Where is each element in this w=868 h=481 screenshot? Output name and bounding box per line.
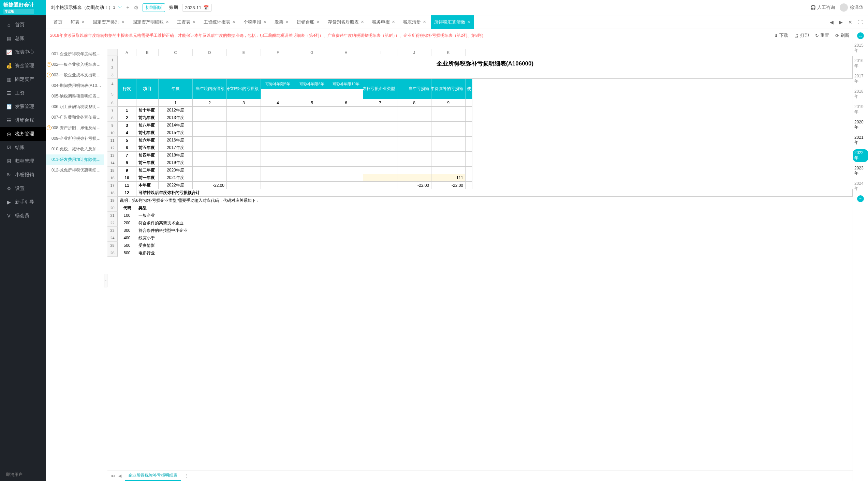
nav-settings[interactable]: ⚙设置 [0, 182, 46, 195]
col-head[interactable]: G [295, 49, 329, 56]
close-icon[interactable]: ✕ [121, 20, 124, 24]
sheet-nav-prev[interactable]: ◀ [118, 474, 121, 478]
table-cell[interactable]: 6 [118, 144, 136, 152]
col-head[interactable]: B [136, 49, 159, 56]
year-2018[interactable]: 2018年 [853, 88, 868, 101]
tab-4[interactable]: 工资表✕ [174, 15, 199, 29]
close-icon[interactable]: ✕ [285, 20, 289, 24]
tab-home[interactable]: 首页 [50, 15, 66, 29]
close-icon[interactable]: ✕ [467, 20, 470, 24]
tab-close-all[interactable]: ✕ [847, 18, 854, 26]
tab-3[interactable]: 固定资产明细账✕ [129, 15, 172, 29]
table-cell[interactable] [193, 129, 227, 137]
nav-reports[interactable]: 📈报表中心 [0, 45, 46, 59]
tab-12[interactable]: 所得税汇算清缴✕ [431, 15, 474, 29]
switch-old-button[interactable]: 切到旧版 [143, 3, 165, 12]
tab-5[interactable]: 工资统计报表✕ [200, 15, 239, 29]
nav-tax[interactable]: ◎税务管理 [0, 127, 46, 141]
nav-guide[interactable]: ▶新手引导 [0, 195, 46, 209]
table-cell[interactable]: -22.00 [193, 182, 227, 189]
table-cell[interactable]: 前七年度 [136, 129, 159, 137]
table-cell[interactable]: 9 [118, 167, 136, 174]
table-cell[interactable]: 前十年度 [136, 107, 159, 114]
tab-8[interactable]: 进销台账✕ [293, 15, 323, 29]
tab-11[interactable]: 税表清册✕ [400, 15, 429, 29]
scroll-up-icon[interactable]: ︿ [857, 32, 864, 39]
table-cell[interactable]: 2022年度 [159, 182, 193, 189]
tab-2[interactable]: 固定资产类别✕ [89, 15, 128, 29]
user-menu[interactable]: 徐泽华 [840, 3, 863, 12]
chevron-down-icon[interactable]: ﹀ [118, 5, 122, 11]
col-head[interactable]: I [363, 49, 397, 56]
print-button[interactable]: 🖨 打印 [794, 32, 809, 39]
table-cell[interactable] [193, 122, 227, 129]
nav-member[interactable]: V畅会员 [0, 209, 46, 223]
col-head[interactable]: J [397, 49, 431, 56]
col-head[interactable]: E [227, 49, 261, 56]
form-item-3[interactable]: 003-一般企业成本支出明细... [46, 70, 104, 80]
close-icon[interactable]: ✕ [423, 20, 426, 24]
table-cell[interactable]: 本年度 [136, 182, 159, 189]
form-item-8[interactable]: 008-资产折旧、摊销及纳税... [46, 123, 104, 133]
table-cell[interactable]: 2015年度 [159, 129, 193, 137]
table-cell[interactable] [193, 114, 227, 122]
nav-ledger[interactable]: ▤总账 [0, 32, 46, 45]
table-cell[interactable]: 前三年度 [136, 159, 159, 167]
close-icon[interactable]: ✕ [263, 20, 266, 24]
close-icon[interactable]: ✕ [361, 20, 364, 24]
table-cell[interactable]: 前九年度 [136, 114, 159, 122]
close-icon[interactable]: ✕ [82, 20, 85, 24]
collapse-button[interactable]: « [104, 274, 107, 287]
col-head[interactable]: H [329, 49, 363, 56]
table-cell[interactable] [193, 174, 227, 182]
table-cell[interactable]: 2017年度 [159, 144, 193, 152]
table-cell[interactable]: 2021年度 [159, 174, 193, 182]
table-cell[interactable]: 5 [118, 137, 136, 144]
close-icon[interactable]: ✕ [232, 20, 235, 24]
scroll-down-icon[interactable]: ﹀ [857, 195, 864, 202]
form-item-10[interactable]: 010-免税、减计收入及加计... [46, 144, 104, 154]
col-head[interactable]: C [159, 49, 193, 56]
form-item-6[interactable]: 006-职工薪酬纳税调整明细... [46, 102, 104, 112]
table-cell[interactable] [193, 144, 227, 152]
table-cell[interactable]: 前二年度 [136, 167, 159, 174]
year-2022[interactable]: 2022年 [853, 149, 868, 162]
table-cell[interactable]: 2020年度 [159, 167, 193, 174]
form-item-12[interactable]: 012-减免所得税优惠明细表(... [46, 165, 104, 176]
tab-10[interactable]: 税务申报✕ [369, 15, 398, 29]
settings-button[interactable]: ⚙ [134, 4, 138, 11]
col-head[interactable]: K [431, 49, 466, 56]
nav-assets[interactable]: ▥固定资产 [0, 73, 46, 86]
table-cell[interactable] [193, 167, 227, 174]
table-cell[interactable]: 11 [118, 182, 136, 189]
sheet-nav-first[interactable]: ⏮ [111, 474, 115, 478]
year-2024[interactable]: 2024年 [853, 180, 868, 193]
close-icon[interactable]: ✕ [192, 20, 195, 24]
nav-funds[interactable]: 💰资金管理 [0, 59, 46, 73]
form-item-7[interactable]: 007-广告费和业务宣传费跨... [46, 112, 104, 123]
table-cell[interactable]: 2014年度 [159, 122, 193, 129]
table-cell[interactable]: 2018年度 [159, 152, 193, 159]
table-cell[interactable] [193, 137, 227, 144]
form-item-4[interactable]: 004-期间费用明细表(A1040... [46, 80, 104, 91]
form-item-5[interactable]: 005-纳税调整项目明细表(A1... [46, 91, 104, 102]
consult-button[interactable]: 🎧 人工咨询 [810, 4, 835, 11]
table-cell[interactable]: 3 [118, 122, 136, 129]
col-head[interactable]: A [118, 49, 136, 56]
table-cell[interactable] [193, 159, 227, 167]
year-2017[interactable]: 2017年 [853, 73, 868, 85]
table-cell[interactable]: 前五年度 [136, 144, 159, 152]
table-cell[interactable]: 7 [118, 152, 136, 159]
form-item-9[interactable]: 009-企业所得税弥补亏损明... [46, 133, 104, 144]
nav-purchase[interactable]: ☷进销台账 [0, 114, 46, 127]
add-button[interactable]: + [126, 4, 129, 11]
download-button[interactable]: ⬇ 下载 [774, 32, 788, 39]
table-cell[interactable]: 4 [118, 129, 136, 137]
col-head[interactable]: F [261, 49, 295, 56]
form-item-1[interactable]: 001-企业所得税年度纳税申... [46, 49, 104, 59]
sheet-tab[interactable]: 企业所得税弥补亏损明细表 [125, 470, 181, 481]
year-2015[interactable]: 2015年 [853, 42, 868, 55]
fullscreen-icon[interactable]: ⛶ [856, 18, 864, 26]
year-2019[interactable]: 2019年 [853, 103, 868, 116]
nav-invoice[interactable]: 🧾发票管理 [0, 100, 46, 114]
